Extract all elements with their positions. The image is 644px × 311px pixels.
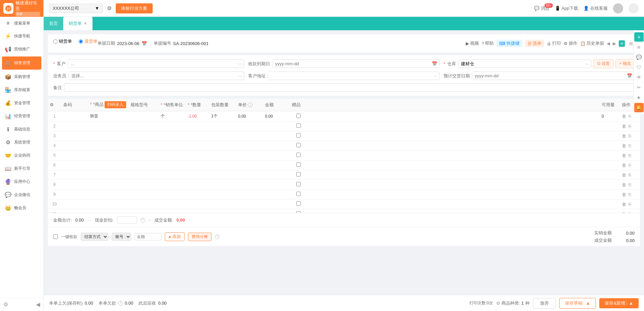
row-goods-7[interactable] (88, 180, 128, 190)
row-unit-6[interactable] (159, 170, 186, 180)
row-spec-9[interactable] (128, 199, 159, 209)
row-goods-8[interactable] (88, 190, 128, 199)
row-barcode-0[interactable] (61, 111, 88, 121)
delete-row-10[interactable]: 🗑 (622, 211, 626, 213)
row-amount-2[interactable] (263, 131, 290, 141)
nav-prev-icon[interactable]: ◀ (607, 41, 610, 46)
gift-checkbox-6[interactable] (296, 172, 301, 177)
sidebar-item-inventory[interactable]: 🏪 库存核算 (0, 83, 43, 96)
expense-info-icon[interactable]: ? (215, 234, 220, 239)
row-unit-3[interactable] (159, 141, 186, 151)
row-goods-2[interactable] (88, 131, 128, 141)
row-gift-9[interactable] (290, 199, 307, 209)
copy-row-8[interactable]: ⎘ (629, 192, 631, 197)
barcode-input-0[interactable] (63, 114, 86, 119)
barcode-input-8[interactable] (63, 192, 86, 197)
row-price-2[interactable] (236, 131, 263, 141)
row-amount-7[interactable] (263, 180, 290, 190)
customer-more-icon[interactable]: ··· (236, 60, 244, 68)
scan-input-btn[interactable]: 扫码录入 (105, 101, 126, 108)
salesman-input[interactable] (69, 72, 236, 80)
sidebar-item-wechat[interactable]: 💬 企业微信 (0, 188, 43, 201)
gift-checkbox-4[interactable] (296, 153, 301, 157)
right-tool-edit[interactable]: ✏ (634, 83, 644, 92)
col-settings-icon[interactable]: ⚙ (50, 102, 54, 107)
radio-sale-input[interactable] (53, 39, 58, 44)
row-remark-8[interactable] (307, 190, 600, 199)
row-goods-9[interactable] (88, 199, 128, 209)
sidebar-item-search[interactable]: ≡ 搜索菜单 (0, 17, 43, 30)
one-click-pay-checkbox[interactable] (53, 234, 58, 239)
delete-row-2[interactable]: 🗑 (622, 133, 626, 139)
message-btn[interactable]: 💬 消息 99+ (534, 5, 550, 11)
copy-row-10[interactable]: ⎘ (629, 211, 631, 213)
row-pkg-7[interactable] (209, 180, 236, 190)
right-tool-list[interactable]: ≡ (634, 32, 644, 42)
row-remark-2[interactable] (307, 131, 600, 141)
delete-row-7[interactable]: 🗑 (622, 182, 626, 187)
row-pkg-8[interactable] (209, 190, 236, 199)
row-amount-10[interactable] (263, 209, 290, 213)
row-barcode-7[interactable] (61, 180, 88, 190)
sidebar-item-sales[interactable]: 🛒 销售管理 (2, 56, 41, 70)
delete-row-9[interactable]: 🗑 (622, 202, 626, 207)
payment-method-select[interactable]: 结算方式 (81, 233, 108, 241)
barcode-input-6[interactable] (63, 172, 86, 177)
sidebar-item-vip[interactable]: 👑 畅会员 (0, 201, 43, 215)
row-goods-0[interactable]: 拆贡 (88, 111, 128, 121)
row-spec-4[interactable] (128, 151, 159, 160)
row-qty-1[interactable] (186, 121, 209, 131)
payment-account-select[interactable]: 账号 (112, 233, 131, 241)
discount-input[interactable] (117, 217, 137, 224)
row-remark-6[interactable] (307, 170, 600, 180)
right-tool-shield[interactable]: 🛡 (634, 63, 644, 72)
row-amount-1[interactable] (263, 121, 290, 131)
view-list-icon[interactable]: ≡ (619, 40, 625, 47)
row-price-0[interactable]: 0.00 (236, 111, 263, 121)
row-qty-5[interactable] (186, 160, 209, 170)
gift-checkbox-8[interactable] (296, 192, 301, 196)
row-goods-5[interactable] (88, 160, 128, 170)
row-qty-0[interactable]: -1.00 (186, 111, 209, 121)
row-barcode-6[interactable] (61, 170, 88, 180)
row-remark-1[interactable] (307, 121, 600, 131)
row-unit-8[interactable] (159, 190, 186, 199)
gift-checkbox-10[interactable] (296, 211, 301, 213)
row-barcode-9[interactable] (61, 199, 88, 209)
row-amount-4[interactable] (263, 151, 290, 160)
row-gift-5[interactable] (290, 160, 307, 170)
row-qty-10[interactable] (186, 209, 209, 213)
row-qty-6[interactable] (186, 170, 209, 180)
row-remark-9[interactable] (307, 199, 600, 209)
right-tool-grid[interactable]: ⊞ (634, 42, 644, 52)
shortcut-btn[interactable]: ⌨ 快捷键 (496, 40, 522, 47)
gift-checkbox-9[interactable] (296, 201, 301, 206)
row-gift-1[interactable] (290, 121, 307, 131)
row-price-1[interactable] (236, 121, 263, 131)
delete-row-0[interactable]: 🗑 (622, 114, 626, 119)
row-price-3[interactable] (236, 141, 263, 151)
payment-due-input[interactable] (272, 60, 429, 68)
row-price-4[interactable] (236, 151, 263, 160)
sidebar-item-apps[interactable]: 🔮 应用中心 (0, 175, 43, 188)
user-avatar-2[interactable] (629, 3, 639, 13)
row-remark-0[interactable] (307, 111, 600, 121)
sidebar-item-quicknav[interactable]: ⚡ 快捷导航 (0, 30, 43, 43)
save-draft-btn[interactable]: 保存草稿 ▲ (559, 298, 596, 309)
row-goods-6[interactable] (88, 170, 128, 180)
row-barcode-2[interactable] (61, 131, 88, 141)
row-qty-8[interactable] (186, 190, 209, 199)
delete-row-3[interactable]: 🗑 (622, 143, 626, 148)
row-amount-6[interactable] (263, 170, 290, 180)
barcode-input-2[interactable] (63, 133, 86, 138)
barcode-input-3[interactable] (63, 143, 86, 148)
discount-info-icon[interactable]: ? (141, 218, 145, 223)
sidebar-item-basic[interactable]: ℹ 基础信息 (0, 123, 43, 136)
copy-row-1[interactable]: ⎘ (629, 124, 631, 129)
copy-row-6[interactable]: ⎘ (629, 172, 631, 178)
row-price-7[interactable] (236, 180, 263, 190)
copy-row-4[interactable]: ⎘ (629, 153, 631, 158)
tab-sales-order[interactable]: 销货单 ✕ (63, 17, 92, 30)
remarks-input[interactable] (64, 83, 635, 92)
row-price-10[interactable] (236, 209, 263, 213)
